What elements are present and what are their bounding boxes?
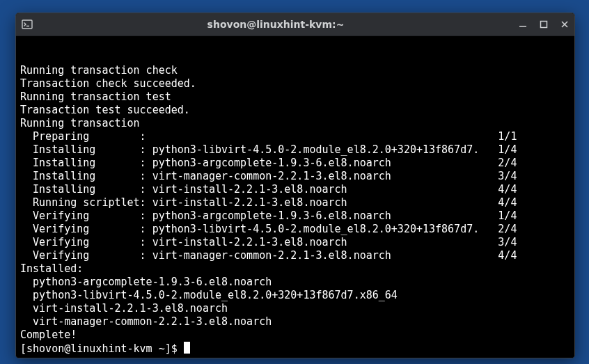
svg-rect-0 — [22, 20, 32, 29]
terminal-line: Verifying : python3-libvirt-4.5.0-2.modu… — [20, 223, 570, 236]
terminal-line: Transaction check succeeded. — [20, 77, 570, 90]
terminal-line: Verifying : virt-manager-common-2.2.1-3.… — [20, 249, 570, 262]
window-controls — [517, 19, 570, 30]
close-button[interactable] — [559, 19, 570, 30]
terminal-line: Installing : python3-libvirt-4.5.0-2.mod… — [20, 143, 570, 157]
terminal-line: Running scriptlet: virt-install-2.2.1-3.… — [20, 196, 570, 209]
terminal-line: virt-manager-common-2.2.1-3.el8.noarch — [20, 315, 570, 329]
terminal-line: Complete! — [20, 329, 570, 342]
terminal-line: Running transaction test — [20, 90, 570, 104]
terminal-window: shovon@linuxhint-kvm:~ Running transacti… — [15, 13, 575, 358]
terminal-line: python3-libvirt-4.5.0-2.module_el8.2.0+3… — [20, 289, 570, 302]
prompt-line[interactable]: [shovon@linuxhint-kvm ~]$ — [20, 342, 570, 356]
terminal-line: Preparing : 1/1 — [20, 130, 570, 143]
terminal-output[interactable]: Running transaction checkTransaction che… — [16, 36, 574, 358]
maximize-button[interactable] — [538, 19, 549, 30]
terminal-line: python3-argcomplete-1.9.3-6.el8.noarch — [20, 276, 570, 289]
terminal-line: Running transaction — [20, 117, 570, 130]
terminal-line: Installing : virt-manager-common-2.2.1-3… — [20, 170, 570, 183]
window-title: shovon@linuxhint-kvm:~ — [38, 19, 513, 30]
terminal-line: Verifying : python3-argcomplete-1.9.3-6.… — [20, 209, 570, 223]
terminal-line: Transaction test succeeded. — [20, 104, 570, 117]
terminal-line: Installing : python3-argcomplete-1.9.3-6… — [20, 157, 570, 170]
terminal-line: Verifying : virt-install-2.2.1-3.el8.noa… — [20, 236, 570, 249]
terminal-line: virt-install-2.2.1-3.el8.noarch — [20, 302, 570, 315]
cursor — [184, 342, 190, 354]
terminal-line: Installed: — [20, 262, 570, 276]
terminal-line: Running transaction check — [20, 64, 570, 77]
terminal-line: Installing : virt-install-2.2.1-3.el8.no… — [20, 183, 570, 196]
terminal-icon — [20, 17, 34, 31]
prompt-text: [shovon@linuxhint-kvm ~]$ — [20, 342, 184, 355]
titlebar: shovon@linuxhint-kvm:~ — [16, 13, 574, 36]
minimize-button[interactable] — [517, 19, 528, 30]
svg-rect-2 — [541, 22, 547, 28]
